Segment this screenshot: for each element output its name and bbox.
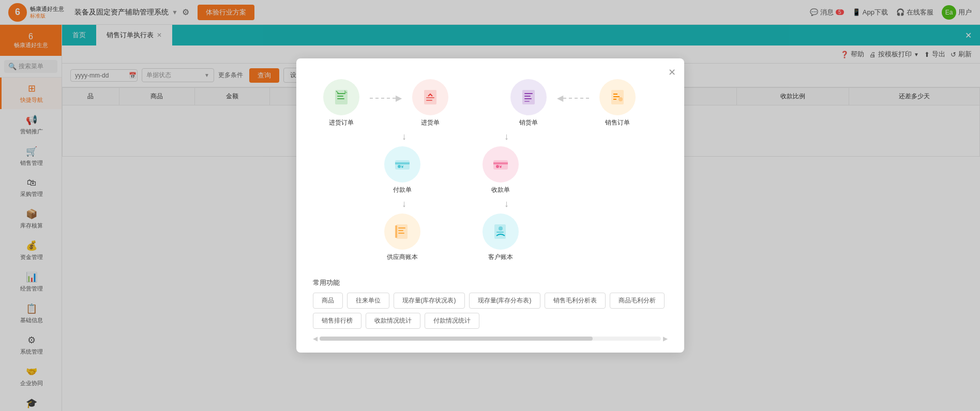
svg-point-20	[496, 165, 499, 168]
modal-overlay[interactable]: ✕ 进货订单 ▶	[0, 0, 980, 411]
scroll-left-icon[interactable]: ◀	[313, 335, 318, 342]
arrow-2: ◀	[557, 93, 589, 103]
arrow-down-2: ↓	[504, 131, 509, 142]
flow-row-2: ¥ 付款单 ¥ 收款单	[313, 142, 668, 199]
svg-point-13	[619, 97, 623, 101]
svg-rect-25	[398, 230, 403, 231]
arrow-down-3: ↓	[402, 199, 406, 209]
func-row-1: 商品 往来单位 现存量(库存状况表) 现存量(库存分布表) 销售毛利分析表 商品…	[313, 293, 668, 309]
svg-point-16	[398, 165, 401, 168]
payment-out-icon: ¥	[384, 146, 420, 182]
svg-point-28	[499, 226, 503, 231]
scrollbar-thumb	[320, 337, 593, 341]
svg-rect-23	[395, 225, 397, 238]
common-functions-area: 常用功能 商品 往来单位 现存量(库存状况表) 现存量(库存分布表) 销售毛利分…	[313, 278, 668, 329]
func-btn-counterparts[interactable]: 往来单位	[347, 293, 389, 309]
flow-row-3: 供应商账本 客户账本	[313, 209, 668, 266]
func-btn-inventory-dist[interactable]: 现存量(库存分布表)	[469, 293, 540, 309]
svg-rect-6	[426, 100, 432, 101]
scrollbar-track	[320, 337, 661, 341]
svg-rect-29	[496, 232, 504, 233]
modal-scrollbar[interactable]: ◀ ▶	[313, 333, 668, 344]
svg-rect-24	[398, 227, 405, 229]
svg-rect-11	[524, 101, 530, 102]
scroll-right-icon[interactable]: ▶	[663, 335, 668, 342]
supplier-ledger-icon	[384, 214, 420, 250]
svg-rect-3	[337, 98, 344, 99]
svg-rect-22	[396, 224, 408, 239]
flow-node-supplier-ledger[interactable]: 供应商账本	[384, 214, 420, 262]
flow-diagram-area: 进货订单 ▶ 进货单	[313, 71, 668, 274]
svg-rect-26	[398, 233, 404, 234]
svg-rect-7	[522, 90, 535, 104]
flow-arrows-down-2: ↓ ↓	[313, 199, 668, 209]
flow-modal: ✕ 进货订单 ▶	[296, 58, 684, 353]
func-btn-sales-gross[interactable]: 销售毛利分析表	[545, 293, 606, 309]
svg-rect-2	[337, 96, 343, 97]
func-btn-receipt-stats[interactable]: 收款情况统计	[366, 313, 420, 329]
common-functions-title: 常用功能	[313, 278, 668, 287]
flow-row-1: 进货订单 ▶ 进货单	[313, 75, 668, 131]
func-btn-payment-stats[interactable]: 付款情况统计	[425, 313, 479, 329]
purchase-icon-circle	[412, 79, 448, 115]
arrow-down-1: ↓	[402, 131, 406, 142]
func-btn-product[interactable]: 商品	[313, 293, 343, 309]
flow-node-payment-in[interactable]: ¥ 收款单	[483, 146, 519, 194]
svg-rect-8	[524, 93, 533, 94]
svg-text:¥: ¥	[400, 164, 403, 169]
flow-node-payment-out[interactable]: ¥ 付款单	[384, 146, 420, 194]
func-btn-product-gross[interactable]: 商品毛利分析	[610, 293, 665, 309]
svg-rect-9	[524, 96, 531, 97]
func-btn-inventory-status[interactable]: 现存量(库存状况表)	[394, 293, 465, 309]
svg-rect-5	[426, 97, 434, 98]
flow-node-customer-ledger[interactable]: 客户账本	[483, 214, 519, 262]
flow-node-purchase-order[interactable]: 进货订单	[323, 79, 359, 127]
flow-arrows-down: ↓ ↓	[313, 131, 668, 142]
arrow-1: ▶	[370, 93, 402, 103]
modal-close-button[interactable]: ✕	[668, 67, 676, 78]
func-btn-sales-rank[interactable]: 销售排行榜	[313, 313, 361, 329]
flow-node-sales[interactable]: 销货单	[510, 79, 547, 127]
flow-node-sales-order[interactable]: 销售订单	[599, 79, 636, 127]
sales-circle-icon	[510, 79, 547, 115]
purchase-order-icon	[323, 79, 359, 115]
customer-ledger-icon	[483, 214, 519, 250]
sales-order-circle-icon	[599, 79, 636, 115]
arrow-down-4: ↓	[504, 199, 509, 209]
func-row-2: 销售排行榜 收款情况统计 付款情况统计	[313, 313, 668, 329]
payment-in-icon: ¥	[483, 146, 519, 182]
svg-rect-10	[524, 98, 532, 99]
flow-node-purchase[interactable]: 进货单	[412, 79, 448, 127]
svg-text:¥: ¥	[499, 164, 502, 169]
